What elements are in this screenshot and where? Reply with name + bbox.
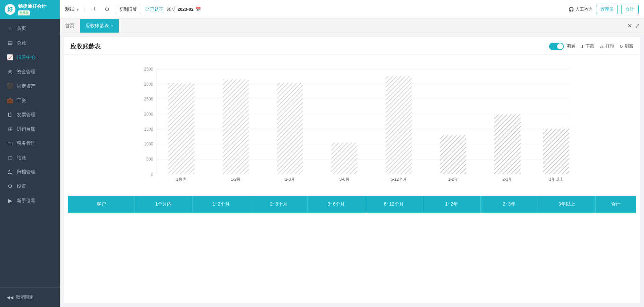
plus-icon: + xyxy=(93,6,96,13)
sidebar-item-label: 归档管理 xyxy=(17,169,36,175)
sidebar-item-ledger[interactable]: ▤ 总账 xyxy=(0,36,60,50)
svg-text:0: 0 xyxy=(151,172,153,177)
sidebar-item-invoice[interactable]: 🗒 发票管理 xyxy=(0,108,60,122)
ledger-icon: ▤ xyxy=(7,40,13,46)
sidebar-item-label: 结账 xyxy=(17,155,26,161)
pin-icon: ◀◀ xyxy=(7,295,13,300)
manager-button[interactable]: 管理员 xyxy=(596,5,618,14)
bar-1-2month xyxy=(222,80,249,174)
sidebar-item-archive[interactable]: 🗂 归档管理 xyxy=(0,165,60,179)
tab-receivables-label: 应收账龄表 xyxy=(86,23,109,29)
table-header: 客户 1个月内 1~2个月 2~3个月 3~6个月 6~12个月 1~2年 2~… xyxy=(68,196,636,213)
invoice-icon: 🗒 xyxy=(7,112,13,118)
chevron-down-icon: ▾ xyxy=(76,7,79,12)
tab-home[interactable]: 首页 xyxy=(60,19,80,33)
download-icon: ⬇ xyxy=(581,44,584,49)
svg-text:1-2年: 1-2年 xyxy=(448,177,458,182)
project-name: 测试 xyxy=(65,6,74,12)
bar-1-2year xyxy=(440,135,466,174)
print-button[interactable]: 🖨 打印 xyxy=(600,43,614,49)
main-area: 测试 ▾ | + ⚙ 切到旧版 🛡 已认证 账期 2023-02 📅 🎧 人工咨… xyxy=(60,0,644,307)
close-window-button[interactable]: ✕ xyxy=(627,22,632,30)
svg-text:1-2月: 1-2月 xyxy=(231,177,241,182)
sidebar-item-label: 总账 xyxy=(17,40,26,46)
col-1-2month: 1~2个月 xyxy=(193,196,250,213)
svg-text:2500: 2500 xyxy=(144,97,153,101)
calendar-icon: 📅 xyxy=(196,7,201,12)
expand-icon: ⤢ xyxy=(635,22,640,30)
sidebar-item-closing[interactable]: ◻ 结账 xyxy=(0,150,60,165)
bar-chart: 2500 2500 2500 2000 1500 1000 500 0 xyxy=(70,61,633,189)
guide-icon: ▶ xyxy=(7,198,13,204)
home-icon: ⌂ xyxy=(7,26,13,32)
bar-3-6month xyxy=(331,142,358,174)
add-button[interactable]: + xyxy=(90,5,99,14)
payroll-icon: 💼 xyxy=(7,97,13,104)
print-icon: 🖨 xyxy=(600,44,604,49)
project-selector[interactable]: 测试 ▾ xyxy=(65,6,79,12)
sidebar-item-guide[interactable]: ▶ 新手引导 xyxy=(0,193,60,208)
bar-3plus-year xyxy=(543,129,569,174)
content-area: 应收账龄表 图表 ⬇ 下载 🖨 打印 ↻ xyxy=(60,33,644,307)
sidebar-item-assets[interactable]: ⬛ 固定资产 xyxy=(0,79,60,93)
bar-2-3month xyxy=(277,83,303,174)
content-inner: 应收账龄表 图表 ⬇ 下载 🖨 打印 ↻ xyxy=(64,37,640,303)
col-2-3year: 2~3年 xyxy=(481,196,538,213)
sidebar-item-settings[interactable]: ⚙ 设置 xyxy=(0,179,60,193)
sidebar-item-funds[interactable]: ◎ 资金管理 xyxy=(0,64,60,79)
sidebar-item-home[interactable]: ⌂ 首页 xyxy=(0,21,60,36)
col-customer: 客户 xyxy=(68,196,135,213)
page-title: 应收账龄表 xyxy=(70,42,101,50)
sidebar-item-payroll[interactable]: 💼 工资 xyxy=(0,93,60,108)
bar-6-12month xyxy=(386,76,412,174)
shield-icon: 🛡 xyxy=(145,7,149,12)
period-value: 2023-02 xyxy=(177,7,194,12)
sidebar-bottom: ◀◀ 取消固定 xyxy=(0,287,60,307)
sidebar-item-trade[interactable]: ⊞ 进销台账 xyxy=(0,122,60,136)
close-icon: ✕ xyxy=(627,22,632,30)
maximize-button[interactable]: ⤢ xyxy=(635,22,640,30)
col-3plus: 3年以上 xyxy=(538,196,596,213)
tax-icon: 🗃 xyxy=(7,140,13,146)
tabbar-actions: ✕ ⤢ xyxy=(623,19,644,33)
bar-2-3year xyxy=(494,115,521,174)
tab-home-label: 首页 xyxy=(65,23,74,29)
sidebar-item-tax[interactable]: 🗃 税务管理 xyxy=(0,136,60,150)
col-2-3month: 2~3个月 xyxy=(250,196,308,213)
period-label: 账期 xyxy=(167,6,175,12)
tab-close-icon[interactable]: × xyxy=(111,24,113,28)
sidebar: 好 畅捷通好会计 专业版 ⌂ 首页 ▤ 总账 📈 报表中心 ◎ 资金管理 ⬛ 固 xyxy=(0,0,60,307)
closing-icon: ◻ xyxy=(7,155,13,161)
pin-button[interactable]: ◀◀ 取消固定 xyxy=(0,291,60,304)
sidebar-item-label: 固定资产 xyxy=(17,83,36,89)
switch-version-button[interactable]: 切到旧版 xyxy=(115,5,141,14)
svg-text:3年以上: 3年以上 xyxy=(549,177,564,182)
col-1month: 1个月内 xyxy=(135,196,193,213)
svg-text:2-3年: 2-3年 xyxy=(502,177,513,182)
topbar-settings-button[interactable]: ⚙ xyxy=(102,5,112,14)
topbar: 测试 ▾ | + ⚙ 切到旧版 🛡 已认证 账期 2023-02 📅 🎧 人工咨… xyxy=(60,0,644,19)
role-button[interactable]: 会计 xyxy=(621,5,639,14)
content-toolbar: 图表 ⬇ 下载 🖨 打印 ↻ 刷新 xyxy=(549,43,633,50)
period-selector[interactable]: 账期 2023-02 📅 xyxy=(167,6,201,12)
tab-receivables[interactable]: 应收账龄表 × xyxy=(80,19,119,33)
svg-text:2500: 2500 xyxy=(144,82,153,87)
col-6-12month: 6~12个月 xyxy=(365,196,423,213)
chart-toggle-switch[interactable] xyxy=(549,43,564,50)
chart-toggle-group: 图表 xyxy=(549,43,575,50)
svg-text:1500: 1500 xyxy=(144,127,153,132)
support-button[interactable]: 🎧 人工咨询 xyxy=(569,6,593,12)
funds-icon: ◎ xyxy=(7,69,13,75)
sidebar-item-label: 首页 xyxy=(17,26,26,32)
sidebar-item-reports[interactable]: 📈 报表中心 xyxy=(0,50,60,64)
download-button[interactable]: ⬇ 下载 xyxy=(581,43,594,49)
table-area: 客户 1个月内 1~2个月 2~3个月 3~6个月 6~12个月 1~2年 2~… xyxy=(68,196,636,213)
archive-icon: 🗂 xyxy=(7,169,13,175)
refresh-button[interactable]: ↻ 刷新 xyxy=(620,43,633,49)
col-total: 合计 xyxy=(596,196,636,213)
logo-text: 畅捷通好会计 专业版 xyxy=(18,3,46,15)
topbar-divider: | xyxy=(84,6,85,12)
settings-icon: ⚙ xyxy=(7,183,13,189)
col-3-6month: 3~6个月 xyxy=(308,196,365,213)
assets-icon: ⬛ xyxy=(7,83,13,89)
